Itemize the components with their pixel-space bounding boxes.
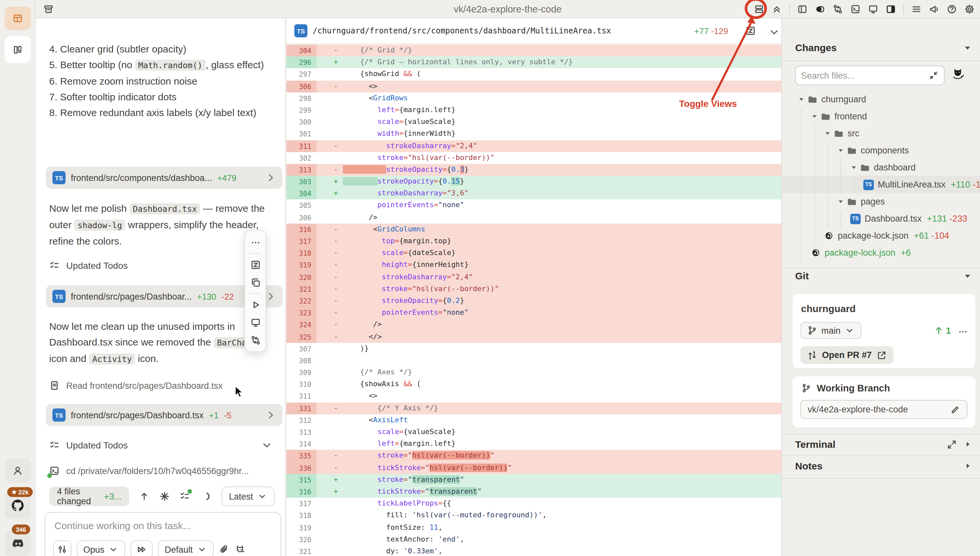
diff-row[interactable]: 317 tickLabelProps={{ (286, 498, 781, 509)
diff-row[interactable]: 318 scale={dateScale} - (286, 247, 781, 259)
tree-item-dashboard-tsx[interactable]: TSDashboard.tsx +131 -233 (782, 210, 980, 227)
tree-item-package-lock-json[interactable]: package-lock.json +6 (782, 244, 980, 262)
updated-todos-row-1[interactable]: Updated Todos (49, 258, 274, 273)
git-compare-menu-item[interactable] (245, 331, 265, 349)
diff-row[interactable]: 309 {/* Axes */} (286, 367, 781, 378)
pencil-icon[interactable] (950, 404, 960, 415)
display-icon[interactable] (868, 4, 878, 15)
diff-row[interactable]: 306 <> - (286, 80, 781, 92)
diff-row[interactable]: 313 strokeOpacity={0.3} - (286, 164, 781, 176)
diff-row[interactable]: 300 scale={valueScale} (286, 116, 781, 128)
diff-row[interactable]: 304 {/* Grid */} - (286, 45, 781, 57)
copy-menu-item[interactable] (245, 273, 265, 291)
tree-item-package-lock-json[interactable]: package-lock.json +61 -104 (782, 228, 980, 244)
terminal-command-row[interactable]: cd /private/var/folders/10/h7w0q46556ggr… (49, 463, 274, 478)
file-change-chip[interactable]: TS frontend/src/pages/Dashboard.tsx +1 -… (46, 404, 283, 426)
tree-item-dashboard[interactable]: dashboard (782, 159, 980, 176)
fast-forward-button[interactable] (131, 540, 153, 556)
terminal-section-header[interactable]: Terminal (795, 439, 972, 450)
play-menu-item[interactable] (245, 296, 265, 314)
diff-row[interactable]: 301 width={innerWidth} (286, 128, 781, 140)
layout-view-button[interactable] (5, 6, 31, 30)
tree-item-components[interactable]: components (782, 142, 980, 159)
diff-row[interactable]: 335 stroke="hsl(var(--border))" - (286, 450, 781, 462)
caret-down-icon[interactable] (811, 112, 818, 120)
diff-row[interactable]: 317 top={margin.top} - (286, 235, 781, 247)
editor-z-icon[interactable] (745, 26, 756, 36)
expand-icon[interactable] (946, 439, 957, 449)
menu-icon[interactable] (911, 4, 922, 15)
tree-item-src[interactable]: src (782, 124, 980, 142)
cat-icon[interactable] (235, 544, 245, 555)
diff-row[interactable]: 304 strokeDasharray="3,6" + (286, 188, 781, 200)
diff-row[interactable]: 321 dy: '0.33em', (286, 546, 781, 556)
diff-row[interactable]: 312 <AxisLeft (286, 414, 781, 426)
model-dropdown[interactable]: Opus (77, 540, 126, 556)
kanban-view-button[interactable] (5, 36, 31, 63)
git-compare-icon[interactable] (833, 4, 843, 15)
todos-status-wrap[interactable] (179, 491, 190, 501)
changes-section-header[interactable]: Changes (795, 42, 972, 53)
working-branch-input[interactable]: vk/4e2a-explore-the-code (801, 400, 967, 419)
account-button[interactable] (5, 458, 31, 483)
caret-down-icon[interactable] (837, 198, 844, 205)
caret-down-icon[interactable] (850, 164, 857, 171)
tree-item-frontend[interactable]: frontend (782, 108, 980, 124)
diff-row[interactable]: 316 tickStroke="transparent" + (286, 486, 781, 498)
monitor-menu-item[interactable] (245, 314, 265, 331)
diff-row[interactable]: 318 fill: 'hsl(var(--muted-foreground))'… (286, 510, 781, 522)
diff-row[interactable]: 311 strokeDasharray="2,4" - (286, 140, 781, 152)
caret-down-icon[interactable] (963, 271, 972, 280)
file-change-chip[interactable]: TS frontend/src/components/dashboa... +4… (46, 166, 283, 189)
diff-row[interactable]: 325 </> - (286, 331, 781, 343)
arrow-up-icon[interactable] (139, 491, 149, 501)
chevron-down-icon[interactable] (262, 440, 272, 451)
notes-section-header[interactable]: Notes (795, 460, 972, 472)
mode-dropdown[interactable]: Default (158, 540, 214, 556)
diff-row[interactable]: 296 {/* Grid — horizontal lines only, ve… (286, 57, 781, 68)
cat-black-icon[interactable] (951, 68, 964, 79)
tree-item-multilinearea-tsx[interactable]: TSMultiLineArea.tsx +110 -162 (782, 176, 980, 193)
theme-icon[interactable] (815, 4, 825, 15)
settings-sliders-button[interactable] (53, 540, 71, 556)
diff-row[interactable]: 323 pointerEvents="none" - (286, 307, 781, 318)
diff-row[interactable]: 305 pointerEvents="none" (286, 200, 781, 212)
discord-button[interactable] (5, 531, 31, 556)
toggle-views-icon[interactable] (754, 4, 764, 15)
settings-icon[interactable] (964, 4, 975, 15)
diff-row[interactable]: 315 stroke="transparent" + (286, 474, 781, 486)
diff-row[interactable]: 320 textAnchor: 'end', (286, 533, 781, 545)
files-changed-chip[interactable]: 4 files changed +3... (49, 486, 129, 506)
diff-row[interactable]: 319 fontSize: 11, (286, 522, 781, 533)
megaphone-icon[interactable] (929, 4, 940, 15)
attach-icon[interactable] (219, 544, 229, 555)
diff-row[interactable]: 314 left={margin.left} (286, 438, 781, 450)
sparkle-icon[interactable] (159, 491, 170, 501)
diff-row[interactable]: 316 <GridColumns - (286, 223, 781, 235)
diff-row[interactable]: 307 )} (286, 343, 781, 354)
diff-row[interactable]: 310 {showAxis && ( (286, 379, 781, 390)
caret-down-icon[interactable] (824, 129, 831, 137)
caret-right-icon[interactable] (964, 440, 972, 448)
diff-row[interactable]: 306 /> (286, 212, 781, 223)
more-dots-menu-item[interactable] (245, 233, 265, 251)
diff-row[interactable]: 320 strokeDasharray="2,4" - (286, 271, 781, 283)
diff-row[interactable]: 331 {/* Y Axis */} - (286, 402, 781, 414)
composer-input[interactable]: Continue working on this task... (55, 520, 191, 531)
panel-left-icon[interactable] (797, 4, 807, 15)
file-search-input[interactable]: Search files... (795, 66, 944, 85)
diff-row[interactable]: 322 strokeOpacity={0.2} - (286, 295, 781, 307)
diff-row[interactable]: 336 tickStroke="hsl(var(--border))" - (286, 462, 781, 474)
diff-row[interactable]: 313 scale={valueScale} (286, 426, 781, 438)
terminal-icon[interactable] (850, 4, 861, 15)
diff-row[interactable]: 302 stroke="hsl(var(--border))" (286, 152, 781, 163)
diff-row[interactable]: 319 height={innerHeight} - (286, 259, 781, 271)
help-icon[interactable] (946, 4, 957, 15)
chevrons-up-icon[interactable] (772, 4, 782, 15)
collapse-tree-icon[interactable] (928, 70, 939, 81)
diff-body[interactable]: 304 {/* Grid */} - 296 {/* Grid — horizo… (286, 45, 781, 556)
branch-dropdown[interactable]: main (801, 322, 862, 339)
latest-dropdown[interactable]: Latest (221, 486, 274, 506)
diff-row[interactable]: 311 <> (286, 390, 781, 402)
open-pr-button[interactable]: Open PR #7 (801, 346, 893, 364)
